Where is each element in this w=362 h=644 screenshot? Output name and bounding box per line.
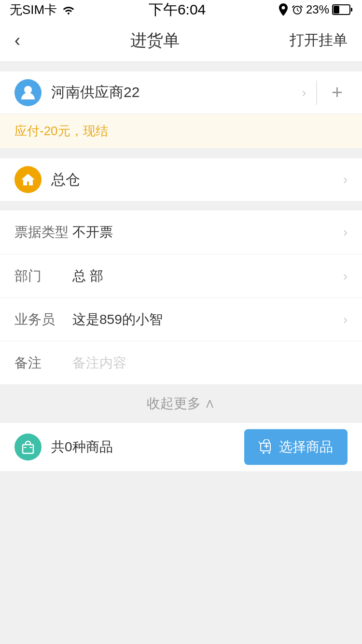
- battery-text: 23%: [306, 3, 329, 16]
- section-gap-1: [0, 62, 362, 71]
- status-time: 下午6:04: [149, 0, 206, 20]
- fields-section: 票据类型 不开票 › 部门 总 部 › 业务员 这是859的小智 › 备注 备注…: [0, 210, 362, 384]
- warehouse-chevron-icon: ›: [343, 172, 348, 187]
- bottom-bar: 共0种商品 选择商品: [0, 423, 362, 471]
- collapse-row[interactable]: 收起更多 ∧: [0, 384, 362, 423]
- salesperson-row[interactable]: 业务员 这是859的小智 ›: [0, 297, 362, 341]
- warehouse-icon-wrap: [14, 166, 42, 193]
- section-gap-2: [0, 149, 362, 158]
- product-icon: [20, 439, 36, 455]
- invoice-type-label: 票据类型: [14, 223, 72, 241]
- invoice-type-value: 不开票: [72, 223, 343, 241]
- salesperson-value: 这是859的小智: [72, 310, 343, 329]
- status-bar: 无SIM卡 下午6:04 23%: [0, 0, 362, 19]
- department-chevron-icon: ›: [343, 268, 348, 284]
- svg-point-3: [24, 86, 32, 94]
- status-left: 无SIM卡: [10, 1, 76, 18]
- person-icon: [19, 84, 37, 101]
- back-button[interactable]: ‹: [14, 30, 20, 51]
- department-row[interactable]: 部门 总 部 ›: [0, 254, 362, 297]
- svg-point-6: [263, 452, 265, 454]
- svg-point-7: [268, 452, 270, 454]
- wifi-icon: [61, 4, 76, 15]
- salesperson-chevron-icon: ›: [343, 312, 348, 327]
- product-icon-wrap: [14, 434, 42, 461]
- select-product-label: 选择商品: [279, 438, 333, 456]
- page-title: 进货单: [130, 29, 180, 52]
- open-pending-button[interactable]: 打开挂单: [290, 30, 348, 50]
- warehouse-row[interactable]: 总仓 ›: [0, 158, 362, 201]
- department-label: 部门: [14, 267, 72, 285]
- supplier-section: 河南供应商22 › + 应付-20元，现结: [0, 71, 362, 149]
- section-gap-3: [0, 201, 362, 210]
- remark-row[interactable]: 备注 备注内容: [0, 341, 362, 384]
- invoice-type-row[interactable]: 票据类型 不开票 ›: [0, 210, 362, 254]
- gray-fill-area: [0, 471, 362, 616]
- supplier-row[interactable]: 河南供应商22 › +: [0, 71, 362, 114]
- add-supplier-button[interactable]: +: [327, 82, 348, 103]
- warehouse-section: 总仓 ›: [0, 158, 362, 201]
- supplier-chevron-icon: ›: [302, 85, 306, 100]
- supplier-name: 河南供应商22: [51, 83, 302, 102]
- salesperson-label: 业务员: [14, 310, 72, 329]
- remark-label: 备注: [14, 354, 72, 372]
- cart-icon: [259, 439, 274, 455]
- battery-icon: [332, 4, 352, 15]
- supplier-avatar: [14, 79, 42, 106]
- svg-rect-4: [23, 445, 33, 453]
- warehouse-icon: [20, 171, 36, 188]
- remark-value[interactable]: 备注内容: [72, 354, 348, 372]
- department-value: 总 部: [72, 267, 343, 285]
- vertical-divider: [316, 81, 317, 105]
- notice-banner: 应付-20元，现结: [0, 114, 362, 149]
- carrier-text: 无SIM卡: [10, 1, 57, 18]
- product-count-text: 共0种商品: [51, 438, 244, 456]
- svg-rect-2: [334, 6, 339, 14]
- warehouse-name: 总仓: [51, 170, 343, 190]
- alarm-icon: [292, 4, 303, 15]
- location-icon: [278, 3, 289, 16]
- svg-rect-5: [261, 443, 270, 451]
- nav-bar: ‹ 进货单 打开挂单: [0, 19, 362, 62]
- invoice-type-chevron-icon: ›: [343, 224, 348, 240]
- status-right: 23%: [278, 3, 352, 16]
- select-product-button[interactable]: 选择商品: [244, 429, 348, 465]
